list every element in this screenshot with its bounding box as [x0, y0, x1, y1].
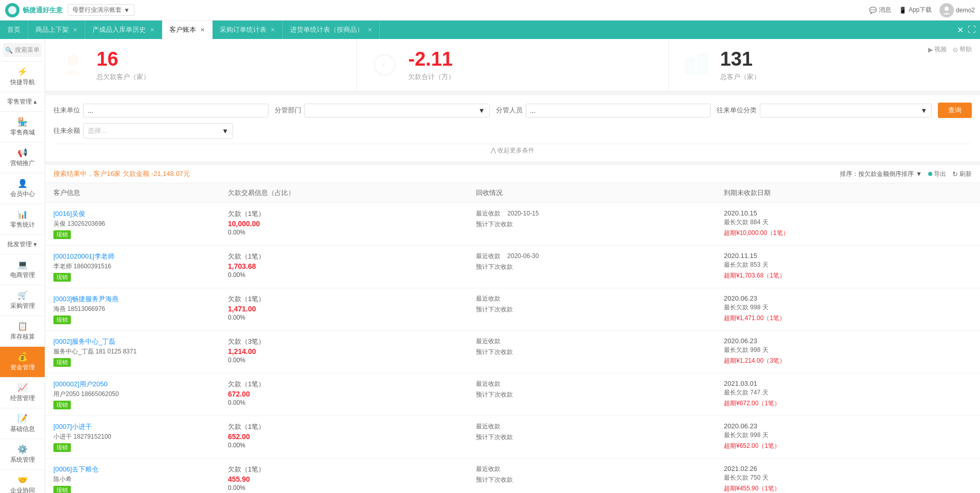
sidebar-search: 🔍 搜索菜单: [0, 39, 45, 62]
purchase-mgmt-icon: 🛒: [17, 290, 28, 300]
overdue-amount[interactable]: 超期¥1,471.00（1笔）: [724, 314, 972, 323]
svg-point-3: [67, 54, 79, 66]
customer-name[interactable]: [0006]去下粮仓: [53, 465, 228, 474]
unit-category-arrow: ▼: [920, 107, 927, 114]
sidebar-item-system[interactable]: ⚙️ 系统管理: [0, 439, 45, 470]
customer-name[interactable]: [0016]吴俊: [53, 209, 228, 219]
overdue-amount[interactable]: 超期¥1,214.00（3笔）: [724, 357, 972, 365]
sidebar-item-finance[interactable]: 💰 资金管理: [0, 347, 45, 378]
help-label: 帮助: [959, 45, 972, 54]
tab-product-toggle[interactable]: 商品上下架 ✕: [28, 21, 85, 39]
customer-name[interactable]: [0002]服务中心_丁磊: [53, 337, 228, 346]
tab-close-all[interactable]: ✕: [957, 25, 964, 35]
tab-purchase-order[interactable]: 采购订单统计表 ✕: [213, 21, 283, 39]
tab-customer-account[interactable]: 客户账本 ✕: [162, 21, 213, 39]
sidebar-item-marketing[interactable]: 📢 营销推广: [0, 143, 45, 173]
customer-phone: 陈小希: [53, 475, 228, 484]
user-menu[interactable]: demo2: [939, 3, 975, 17]
sort-arrow: ▼: [916, 170, 922, 178]
app-download-btn[interactable]: 📱 App下载: [899, 6, 932, 14]
tab-purchase-stat-label: 进货单统计表（按商品）: [290, 25, 363, 34]
tab-product-in[interactable]: 产成品入库单历史 ✕: [85, 21, 162, 39]
sidebar-item-member[interactable]: 👤 会员中心: [0, 173, 45, 204]
overdue-amount[interactable]: 超期¥652.00（1笔）: [724, 442, 972, 450]
view-video-btn[interactable]: ▶ 视频: [928, 45, 947, 54]
search-menu-button[interactable]: 🔍 搜索菜单: [3, 43, 42, 57]
sort-select[interactable]: 排序：按欠款金额倒序排序 ▼: [840, 170, 922, 179]
tab-home[interactable]: 首页: [0, 21, 28, 39]
table-row: [0007]小进干 小进干 18279152100 现销 欠款（1笔） 652.…: [45, 416, 980, 459]
recent-collect: 最近收款: [476, 380, 724, 388]
sidebar-item-retail-mgmt-label: 零售管理: [7, 97, 32, 106]
recent-collect: 最近收款: [476, 465, 724, 474]
collapse-icon: ⋀: [491, 147, 496, 154]
customer-name[interactable]: [0007]小进干: [53, 422, 228, 431]
sidebar-item-basic-info[interactable]: 📝 基础信息: [0, 408, 45, 439]
customer-info-cell: [0006]去下粮仓 陈小希 现销: [53, 465, 228, 493]
basic-info-icon: 📝: [17, 413, 28, 423]
tab-purchase-stat[interactable]: 进货单统计表（按商品） ✕: [283, 21, 380, 39]
tab-purchase-order-label: 采购订单统计表: [220, 25, 266, 34]
tab-product-toggle-close[interactable]: ✕: [73, 27, 78, 33]
tab-purchase-order-close[interactable]: ✕: [271, 27, 275, 33]
tab-product-in-close[interactable]: ✕: [150, 27, 155, 33]
sidebar-item-enterprise[interactable]: 🤝 企业协同: [0, 470, 45, 493]
col-debt-info: 欠款交易信息（占比）: [228, 188, 476, 198]
refresh-btn[interactable]: ↻ 刷新: [952, 170, 972, 179]
store-selector[interactable]: 母婴行业演示账套 ▼: [68, 4, 134, 16]
export-btn[interactable]: 导出: [928, 170, 946, 179]
sidebar-item-marketing-label: 营销推广: [10, 159, 35, 168]
customer-name[interactable]: [000002]用户2050: [53, 380, 228, 389]
message-btn[interactable]: 💬 消息: [869, 6, 891, 14]
dept-arrow: ▼: [478, 107, 485, 114]
sidebar-item-quick-nav[interactable]: ⚡ 快捷导航: [0, 62, 45, 92]
sidebar-item-ecommerce-label: 电商管理: [10, 271, 35, 280]
customer-name[interactable]: [0001020001]李老师: [53, 252, 228, 261]
sidebar-item-retail-mgmt[interactable]: 零售管理 ▲: [0, 92, 45, 112]
finance-icon: 💰: [17, 352, 28, 362]
sidebar-item-operations[interactable]: 📈 经营管理: [0, 378, 45, 408]
debt-percent: 0.00%: [228, 442, 476, 449]
sidebar-item-ecommerce[interactable]: 💻 电商管理: [0, 254, 45, 285]
sidebar-item-purchase-mgmt[interactable]: 🛒 采购管理: [0, 285, 45, 316]
help-btn[interactable]: ⊙ 帮助: [953, 45, 972, 54]
debt-count: 欠款（3笔）: [228, 337, 476, 346]
sidebar-item-retail-store[interactable]: 🏪 零售商城: [0, 112, 45, 143]
customer-info-cell: [0003]畅捷服务尹海燕 海燕 18513066976 现销: [53, 294, 228, 324]
svg-point-2: [945, 7, 949, 11]
tab-purchase-stat-close[interactable]: ✕: [368, 27, 372, 33]
person-input[interactable]: ...: [526, 104, 711, 117]
next-collect: 预计下次收款: [476, 476, 724, 484]
collapse-label: 收起更多条件: [497, 147, 534, 154]
search-menu-label: 搜索菜单: [15, 46, 40, 54]
export-label: 导出: [934, 170, 946, 179]
collapse-more-btn[interactable]: ⋀ 收起更多条件: [53, 144, 972, 157]
overdue-amount[interactable]: 超期¥672.00（1笔）: [724, 399, 972, 408]
debt-amount-icon: ¥: [369, 50, 400, 81]
recent-collect: 最近收款: [476, 294, 724, 303]
total-customers-number: 131: [720, 48, 760, 70]
sidebar-item-inventory[interactable]: 📋 库存核算: [0, 316, 45, 347]
overdue-days: 最长欠款 998 天: [724, 303, 972, 312]
inventory-icon: 📋: [17, 321, 28, 331]
debt-count: 欠款（1笔）: [228, 209, 476, 219]
unit-category-select[interactable]: ▼: [760, 104, 932, 117]
overdue-amount[interactable]: 超期¥1,703.68（1笔）: [724, 271, 972, 280]
balance-select[interactable]: 选择... ▼: [83, 123, 233, 139]
tab-fullscreen[interactable]: ⛶: [968, 25, 976, 34]
dept-select[interactable]: ▼: [304, 104, 490, 117]
sidebar-item-wholesale-mgmt[interactable]: 批发管理 ▼: [0, 235, 45, 254]
debt-customers-number: 16: [97, 48, 150, 70]
filter-person: 分管人员 ...: [496, 104, 711, 117]
customer-name[interactable]: [0003]畅捷服务尹海燕: [53, 294, 228, 304]
overdue-amount[interactable]: 超期¥455.90（1笔）: [724, 484, 972, 493]
svg-text:¥: ¥: [380, 60, 386, 69]
sidebar-item-retail-stat[interactable]: 📊 零售统计: [0, 204, 45, 235]
tab-customer-account-close[interactable]: ✕: [200, 27, 205, 33]
overdue-days: 最长欠款 998 天: [724, 431, 972, 440]
from-unit-input[interactable]: ...: [83, 104, 268, 117]
overdue-amount[interactable]: 超期¥10,000.00（1笔）: [724, 229, 972, 238]
search-button[interactable]: 查询: [938, 103, 972, 118]
tab-product-in-label: 产成品入库单历史: [92, 25, 146, 34]
search-icon: 🔍: [5, 47, 13, 54]
